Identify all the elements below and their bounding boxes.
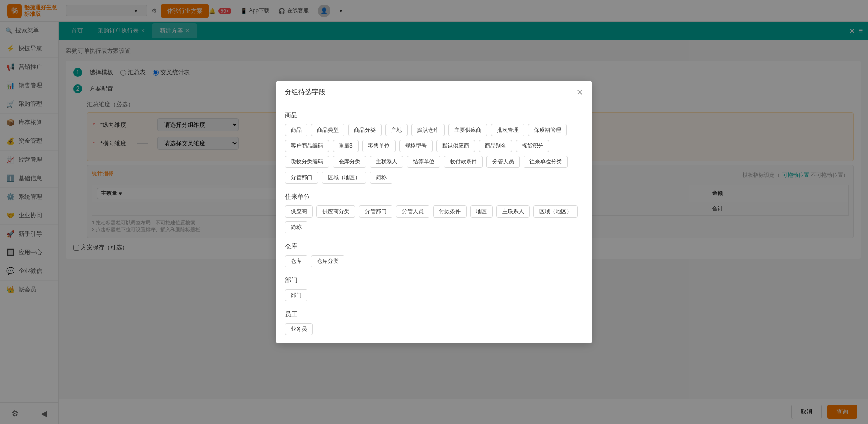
field-tag[interactable]: 零售单位 <box>362 140 396 152</box>
field-tag[interactable]: 主联系人 <box>496 205 530 218</box>
field-tag[interactable]: 默认仓库 <box>411 124 445 136</box>
field-tag[interactable]: 仓库 <box>285 255 307 267</box>
modal-close-icon[interactable]: ✕ <box>576 87 583 97</box>
field-tag[interactable]: 保质期管理 <box>528 124 567 136</box>
field-tag[interactable]: 主联系人 <box>370 156 403 168</box>
category-往来单位: 往来单位供应商供应商分类分管部门分管人员付款条件地区主联系人区域（地区）简称 <box>285 193 583 233</box>
field-tag[interactable]: 部门 <box>285 289 307 301</box>
field-tag[interactable]: 产地 <box>385 124 408 136</box>
field-tag[interactable]: 简称 <box>285 221 307 233</box>
field-tag[interactable]: 商品别名 <box>479 140 512 152</box>
field-tag[interactable]: 分管部门 <box>359 205 392 218</box>
category-仓库: 仓库仓库仓库分类 <box>285 243 583 267</box>
field-tag[interactable]: 规格型号 <box>399 140 433 152</box>
field-tag[interactable]: 重量3 <box>333 140 359 152</box>
field-tag[interactable]: 主要供应商 <box>448 124 487 136</box>
field-tag[interactable]: 简称 <box>370 172 392 184</box>
field-tag[interactable]: 分管人员 <box>486 156 520 168</box>
category-title-部门: 部门 <box>285 276 583 285</box>
field-tags-仓库: 仓库仓库分类 <box>285 255 583 267</box>
field-tag[interactable]: 商品类型 <box>311 124 344 136</box>
field-tags-往来单位: 供应商供应商分类分管部门分管人员付款条件地区主联系人区域（地区）简称 <box>285 205 583 233</box>
field-tag[interactable]: 地区 <box>470 205 493 218</box>
modal-title: 分组待选字段 <box>285 88 326 96</box>
category-员工: 员工业务员 <box>285 310 583 335</box>
field-tag[interactable]: 客户商品编码 <box>285 140 329 152</box>
field-tag[interactable]: 商品分类 <box>348 124 382 136</box>
field-tag[interactable]: 往来单位分类 <box>524 156 568 168</box>
modal-dialog: 分组待选字段 ✕ 商品商品商品类型商品分类产地默认仓库主要供应商批次管理保质期管… <box>276 81 592 343</box>
field-tag[interactable]: 税收分类编码 <box>285 156 329 168</box>
field-tag[interactable]: 批次管理 <box>491 124 524 136</box>
field-tag[interactable]: 付款条件 <box>433 205 467 218</box>
field-tag[interactable]: 商品 <box>285 124 307 136</box>
field-tag[interactable]: 拣货积分 <box>516 140 549 152</box>
modal-header: 分组待选字段 ✕ <box>276 81 592 104</box>
field-tag[interactable]: 区域（地区） <box>533 205 578 218</box>
field-tags-部门: 部门 <box>285 289 583 301</box>
field-tags-商品: 商品商品类型商品分类产地默认仓库主要供应商批次管理保质期管理客户商品编码重量3零… <box>285 124 583 184</box>
field-tags-员工: 业务员 <box>285 323 583 335</box>
modal-body: 商品商品商品类型商品分类产地默认仓库主要供应商批次管理保质期管理客户商品编码重量… <box>276 104 592 343</box>
category-title-仓库: 仓库 <box>285 243 583 251</box>
field-tag[interactable]: 供应商 <box>285 205 313 218</box>
field-tag[interactable]: 业务员 <box>285 323 313 335</box>
category-title-往来单位: 往来单位 <box>285 193 583 201</box>
field-tag[interactable]: 分管部门 <box>285 172 318 184</box>
category-部门: 部门部门 <box>285 276 583 301</box>
field-tag[interactable]: 默认供应商 <box>436 140 475 152</box>
field-tag[interactable]: 仓库分类 <box>333 156 366 168</box>
field-tag[interactable]: 供应商分类 <box>316 205 355 218</box>
field-tag[interactable]: 收付款条件 <box>444 156 483 168</box>
field-tag[interactable]: 区域（地区） <box>322 172 366 184</box>
category-title-员工: 员工 <box>285 310 583 319</box>
category-商品: 商品商品商品类型商品分类产地默认仓库主要供应商批次管理保质期管理客户商品编码重量… <box>285 111 583 184</box>
field-tag[interactable]: 仓库分类 <box>311 255 344 267</box>
field-tag[interactable]: 结算单位 <box>407 156 440 168</box>
field-tag[interactable]: 分管人员 <box>396 205 429 218</box>
category-title-商品: 商品 <box>285 111 583 119</box>
